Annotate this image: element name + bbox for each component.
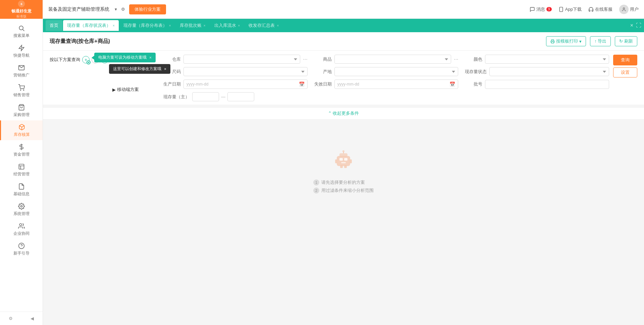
message-item[interactable]: 消息 9 [530, 6, 552, 12]
message-icon [530, 7, 535, 12]
tab-stock-summary-label: 收发存汇总表 [249, 22, 275, 29]
tab-close-inventory-status[interactable]: × [113, 24, 115, 28]
sidebar-item-sales[interactable]: 销售管理 [0, 81, 43, 101]
stock-qty-from[interactable] [192, 92, 219, 101]
bag-icon [18, 104, 25, 111]
sidebar-item-label: 销售管理 [13, 92, 30, 98]
sidebar-item-enterprise[interactable]: 企业协同 [0, 219, 43, 239]
product-dots[interactable]: ··· [454, 56, 458, 62]
refresh-label: 刷新 [624, 39, 633, 44]
product-label: 商品 [314, 56, 332, 62]
sidebar-item-marketing[interactable]: 营销推广 [0, 61, 43, 81]
header-chevron-icon[interactable]: ▾ [115, 7, 117, 12]
search-icon [18, 25, 25, 32]
refresh-btn[interactable]: ↻ 刷新 [615, 36, 637, 46]
scheme-group-mobile-arrow: ▶ [112, 87, 116, 92]
tab-inventory-status[interactable]: 现存量（库存状况表） × [63, 20, 119, 31]
svg-line-3 [22, 30, 24, 31]
top-header: 装备及固定资产辅助管理系统 ▾ ⚙ 体验行业方案 消息 9 App下载 在线客服 [43, 0, 644, 19]
reset-btn[interactable]: 设置 [613, 67, 637, 77]
origin-select[interactable] [334, 67, 459, 76]
calendar-icon-mfg[interactable]: 📅 [299, 82, 305, 87]
filter-add-btn[interactable]: + [82, 56, 90, 63]
tab-close-stock-summary[interactable]: × [277, 24, 279, 28]
tooltip1: 电脑方案可设为移动方案哦 × [94, 53, 156, 62]
tooltip2-text: 这里可以创建和修改方案哦 [113, 66, 161, 72]
stock-qty-to[interactable] [227, 92, 254, 101]
exp-date-from[interactable]: yyyy-mm-dd 📅 [334, 79, 459, 89]
filter-row-2: 尺码 产地 现存量状态 [163, 67, 609, 76]
warehouse-dots[interactable]: ··· [303, 56, 307, 62]
warehouse-select[interactable] [183, 55, 300, 64]
tab-inout-flow[interactable]: 出入库流水 × [210, 20, 244, 31]
megaphone-icon [18, 64, 25, 71]
search-btn[interactable]: 查询 [613, 55, 637, 65]
color-select[interactable] [485, 55, 609, 64]
tab-close-all-icon[interactable]: × [630, 22, 633, 29]
tooltip1-close[interactable]: × [149, 55, 152, 60]
scheme-group-mobile-header[interactable]: ▶ 移动端方案 [112, 85, 159, 94]
page-title: 现存量查询(按仓库+商品) [50, 38, 110, 49]
tab-close-inventory-distribution[interactable]: × [169, 24, 171, 28]
product-select[interactable] [334, 55, 451, 64]
stock-status-label: 现存量状态 [465, 69, 487, 75]
tab-home-label: 首页 [50, 22, 58, 29]
online-support-item[interactable]: 在线客服 [588, 6, 612, 12]
calendar-icon-exp[interactable]: 📅 [449, 82, 455, 87]
template-print-btn[interactable]: 按模板打印 ▾ [546, 36, 586, 46]
sidebar-item-basic[interactable]: 基础信息 [0, 180, 43, 200]
tab-inventory-distribution-label: 现存量（库存分布表） [123, 22, 167, 29]
filter-label: 按以下方案查询 [50, 57, 80, 63]
svg-rect-28 [339, 153, 347, 157]
batch-label: 批号 [465, 81, 482, 87]
tooltip2-close[interactable]: × [164, 67, 166, 71]
cart-icon [18, 84, 25, 91]
sidebar-item-guide[interactable]: 新手引导 [0, 239, 43, 259]
empty-tips: 1 请先选择要分析的方案 2 用过滤条件来缩小分析范围 [313, 179, 374, 196]
mfg-date-from[interactable]: yyyy-mm-dd 📅 [183, 79, 308, 89]
sidebar-item-search-menu[interactable]: 搜索菜单 [0, 21, 43, 41]
sidebar-item-finance[interactable]: 资金管理 [0, 140, 43, 160]
batch-input[interactable] [485, 80, 609, 89]
flash-icon [18, 45, 25, 51]
svg-point-2 [19, 26, 23, 30]
sidebar-item-purchase[interactable]: 采购管理 [0, 101, 43, 120]
phone-icon [558, 7, 564, 12]
settings-icon[interactable]: ⚙ [121, 7, 125, 12]
user-item[interactable]: 用户 [619, 5, 639, 14]
svg-point-18 [623, 7, 625, 9]
tab-inventory-distribution[interactable]: 现存量（库存分布表） × [119, 20, 175, 31]
tab-batch-account[interactable]: 库存批次账 × [176, 20, 210, 31]
export-btn[interactable]: ↑ 导出 [590, 36, 611, 46]
filter-cell-origin: 产地 [314, 67, 459, 76]
search-reset-column: 查询 设置 [613, 55, 637, 77]
collapse-filter-row[interactable]: ⌃ 收起更多条件 [43, 107, 644, 119]
sidebar-item-quick-nav[interactable]: 快捷导航 [0, 41, 43, 61]
collapse-label: 收起更多条件 [333, 111, 359, 116]
tab-inout-flow-label: 出入库流水 [214, 22, 236, 29]
sidebar-item-label: 搜索菜单 [13, 33, 30, 39]
sidebar: 6 畅通好生意 标准版 搜索菜单 快捷导航 营销推广 销售管理 采购管理 [0, 0, 43, 325]
tab-fullscreen-icon[interactable]: ⛶ [636, 22, 641, 29]
industry-btn[interactable]: 体验行业方案 [129, 4, 166, 14]
stock-status-select[interactable] [489, 67, 609, 76]
size-select[interactable] [183, 67, 308, 76]
tab-home[interactable]: 首页 [46, 20, 62, 31]
collapse-sidebar-icon[interactable]: ◀ [31, 316, 34, 321]
sidebar-item-inventory[interactable]: 库存核算 [0, 120, 43, 140]
tab-stock-summary[interactable]: 收发存汇总表 × [245, 20, 283, 31]
sidebar-item-operations[interactable]: 经营管理 [0, 160, 43, 180]
empty-tip2: 2 用过滤条件来缩小分析范围 [313, 187, 374, 194]
svg-rect-26 [340, 165, 343, 168]
filter-cell-product: 商品 ··· [314, 55, 459, 64]
tip-num-1: 1 [313, 179, 319, 185]
gear-icon [18, 203, 25, 210]
sidebar-item-system[interactable]: 系统管理 [0, 200, 43, 219]
settings-bottom-icon[interactable]: ⚙ [9, 316, 13, 321]
filter-cell-color: 颜色 [465, 55, 609, 64]
tab-close-batch-account[interactable]: × [204, 24, 206, 28]
sidebar-item-label: 基础信息 [13, 191, 30, 197]
tab-close-inout-flow[interactable]: × [238, 24, 240, 28]
app-download-item[interactable]: App下载 [558, 6, 582, 12]
svg-point-6 [20, 90, 21, 91]
